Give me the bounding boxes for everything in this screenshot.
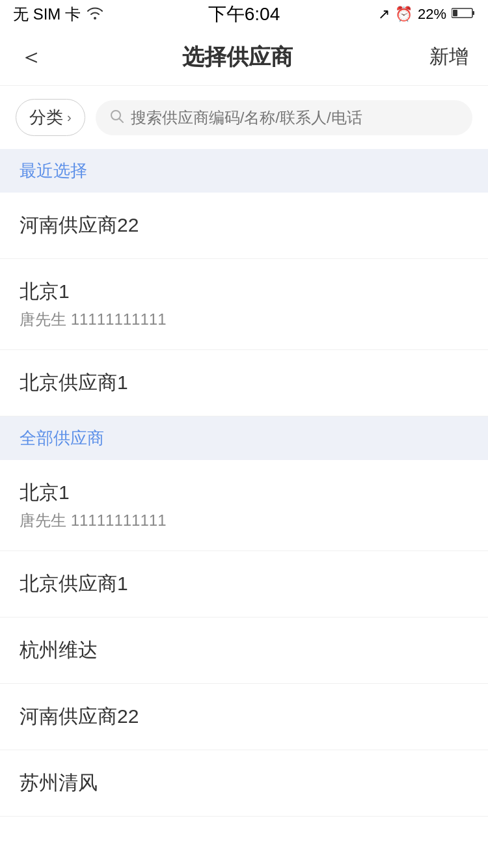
battery-percent: 22% xyxy=(418,6,446,23)
status-left: 无 SIM 卡 xyxy=(13,4,104,25)
search-icon xyxy=(109,108,124,128)
add-button[interactable]: 新增 xyxy=(416,44,468,70)
all-list: 北京1唐先生 11111111111北京供应商1杭州维达河南供应商22苏州清风 xyxy=(0,460,488,817)
all-section-label: 全部供应商 xyxy=(20,428,104,448)
svg-rect-2 xyxy=(453,10,457,16)
nav-bar: ＜ 选择供应商 新增 xyxy=(0,29,488,86)
list-item[interactable]: 北京1唐先生 11111111111 xyxy=(0,460,488,551)
item-sub: 唐先生 11111111111 xyxy=(20,510,468,531)
list-item[interactable]: 河南供应商22 xyxy=(0,684,488,750)
item-name: 北京供应商1 xyxy=(20,571,468,597)
list-item[interactable]: 苏州清风 xyxy=(0,750,488,817)
search-input[interactable] xyxy=(131,109,459,127)
no-sim-label: 无 SIM 卡 xyxy=(13,4,81,25)
back-button[interactable]: ＜ xyxy=(20,41,59,73)
status-bar: 无 SIM 卡 下午6:04 ↗ ⏰ 22% xyxy=(0,0,488,29)
search-box xyxy=(96,100,472,135)
list-item[interactable]: 北京1唐先生 11111111111 xyxy=(0,259,488,350)
svg-rect-1 xyxy=(472,11,474,15)
item-name: 北京供应商1 xyxy=(20,370,468,396)
item-sub: 唐先生 11111111111 xyxy=(20,309,468,330)
recent-list: 河南供应商22北京1唐先生 11111111111北京供应商1 xyxy=(0,193,488,416)
category-label: 分类 xyxy=(29,106,63,129)
item-name: 杭州维达 xyxy=(20,637,468,664)
status-right: ↗ ⏰ 22% xyxy=(378,6,475,23)
category-button[interactable]: 分类 › xyxy=(16,99,85,136)
location-icon: ↗ xyxy=(378,6,390,23)
item-name: 北京1 xyxy=(20,480,468,506)
list-item[interactable]: 北京供应商1 xyxy=(0,350,488,416)
list-item[interactable]: 河南供应商22 xyxy=(0,193,488,259)
battery-icon xyxy=(452,6,475,23)
recent-section-header: 最近选择 xyxy=(0,149,488,193)
item-name: 北京1 xyxy=(20,278,468,305)
filter-bar: 分类 › xyxy=(0,86,488,149)
svg-line-4 xyxy=(119,118,123,122)
status-time: 下午6:04 xyxy=(208,2,280,27)
list-item[interactable]: 北京供应商1 xyxy=(0,551,488,617)
all-section-header: 全部供应商 xyxy=(0,416,488,460)
page-title: 选择供应商 xyxy=(59,42,416,72)
list-item[interactable]: 杭州维达 xyxy=(0,617,488,684)
item-name: 河南供应商22 xyxy=(20,212,468,239)
recent-section-label: 最近选择 xyxy=(20,161,87,180)
item-name: 河南供应商22 xyxy=(20,703,468,730)
item-name: 苏州清风 xyxy=(20,770,468,796)
wifi-icon xyxy=(86,5,104,23)
chevron-down-icon: › xyxy=(67,110,72,125)
alarm-icon: ⏰ xyxy=(395,6,413,23)
